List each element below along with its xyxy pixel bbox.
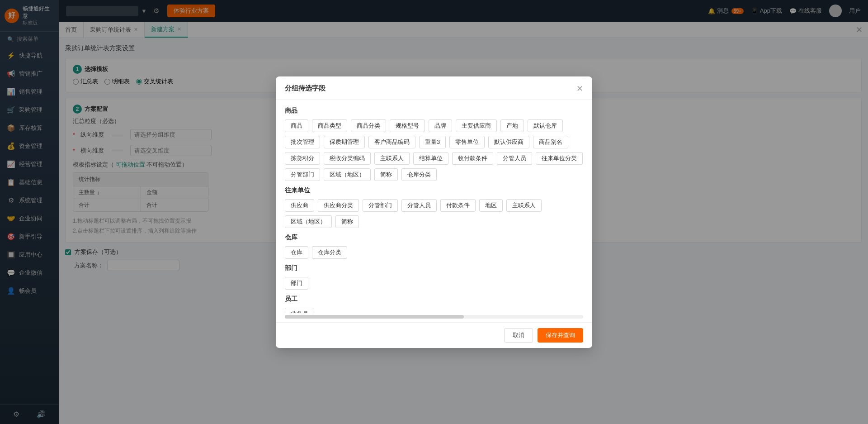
tag-item[interactable]: 收付款条件 (452, 152, 493, 165)
tag-item[interactable]: 零售单位 (449, 136, 485, 148)
tag-item[interactable]: 区域（地区） (285, 215, 332, 228)
tag-item[interactable]: 部门 (285, 277, 308, 290)
tag-item[interactable]: 重量3 (419, 136, 446, 148)
scrollbar-thumb (285, 315, 464, 319)
tag-item[interactable]: 地区 (479, 199, 503, 212)
section-title-partner: 往来单位 (285, 186, 583, 195)
dialog-close-btn[interactable]: ✕ (576, 84, 583, 94)
tag-item[interactable]: 拣货积分 (285, 152, 320, 165)
dialog-scrollbar (276, 313, 592, 322)
section-title-product: 商品 (285, 107, 583, 115)
tag-item[interactable]: 仓库分类 (401, 168, 437, 181)
tag-item[interactable]: 主联系人 (374, 152, 410, 165)
dialog-body: 商品商品商品类型商品分类规格型号品牌主要供应商产地默认仓库批次管理保质期管理客户… (276, 100, 592, 313)
tag-item[interactable]: 商品 (285, 119, 308, 132)
tag-grid-department: 部门 (285, 277, 583, 290)
tag-item[interactable]: 税收分类编码 (324, 152, 371, 165)
section-title-employee: 员工 (285, 295, 583, 303)
tag-item[interactable]: 默认仓库 (528, 119, 563, 132)
tag-item[interactable]: 区域（地区） (324, 168, 371, 181)
tag-item[interactable]: 分管部门 (285, 168, 320, 181)
tag-item[interactable]: 品牌 (429, 119, 452, 132)
tag-item[interactable]: 默认供应商 (488, 136, 529, 148)
tag-item[interactable]: 结算单位 (413, 152, 448, 165)
tag-grid-warehouse: 仓库仓库分类 (285, 246, 583, 259)
tag-grid-employee: 业务员 (285, 308, 583, 313)
tag-item[interactable]: 付款条件 (440, 199, 476, 212)
section-title-warehouse: 仓库 (285, 233, 583, 242)
tag-item[interactable]: 简称 (374, 168, 398, 181)
tag-item[interactable]: 客户商品编码 (368, 136, 415, 148)
tag-item[interactable]: 批次管理 (285, 136, 320, 148)
tag-item[interactable]: 分管人员 (401, 199, 437, 212)
tag-item[interactable]: 商品分类 (351, 119, 386, 132)
tag-grid-product: 商品商品类型商品分类规格型号品牌主要供应商产地默认仓库批次管理保质期管理客户商品… (285, 119, 583, 181)
tag-item[interactable]: 主联系人 (506, 199, 542, 212)
confirm-button[interactable]: 保存并查询 (538, 328, 583, 343)
tag-item[interactable]: 供应商 (285, 199, 314, 212)
tag-item[interactable]: 保质期管理 (324, 136, 365, 148)
tag-item[interactable]: 简称 (335, 215, 359, 228)
tag-item[interactable]: 商品类型 (312, 119, 347, 132)
scrollbar-track (285, 315, 583, 319)
tag-item[interactable]: 仓库分类 (312, 246, 347, 259)
dialog-footer: 取消 保存并查询 (276, 322, 592, 348)
tag-item[interactable]: 仓库 (285, 246, 308, 259)
dialog-title: 分组待选字段 (285, 84, 326, 93)
tag-item[interactable]: 分管部门 (363, 199, 398, 212)
section-title-department: 部门 (285, 264, 583, 272)
dialog-overlay: 分组待选字段 ✕ 商品商品商品类型商品分类规格型号品牌主要供应商产地默认仓库批次… (0, 0, 868, 424)
cancel-button[interactable]: 取消 (504, 328, 533, 343)
tag-grid-partner: 供应商供应商分类分管部门分管人员付款条件地区主联系人区域（地区）简称 (285, 199, 583, 228)
tag-item[interactable]: 产地 (500, 119, 524, 132)
tag-item[interactable]: 供应商分类 (318, 199, 359, 212)
tag-item[interactable]: 分管人员 (497, 152, 532, 165)
tag-item[interactable]: 主要供应商 (456, 119, 497, 132)
tag-item[interactable]: 业务员 (285, 308, 314, 313)
field-select-dialog: 分组待选字段 ✕ 商品商品商品类型商品分类规格型号品牌主要供应商产地默认仓库批次… (276, 76, 592, 348)
tag-item[interactable]: 规格型号 (390, 119, 425, 132)
tag-item[interactable]: 商品别名 (533, 136, 568, 148)
dialog-header: 分组待选字段 ✕ (276, 76, 592, 100)
tag-item[interactable]: 往来单位分类 (536, 152, 583, 165)
